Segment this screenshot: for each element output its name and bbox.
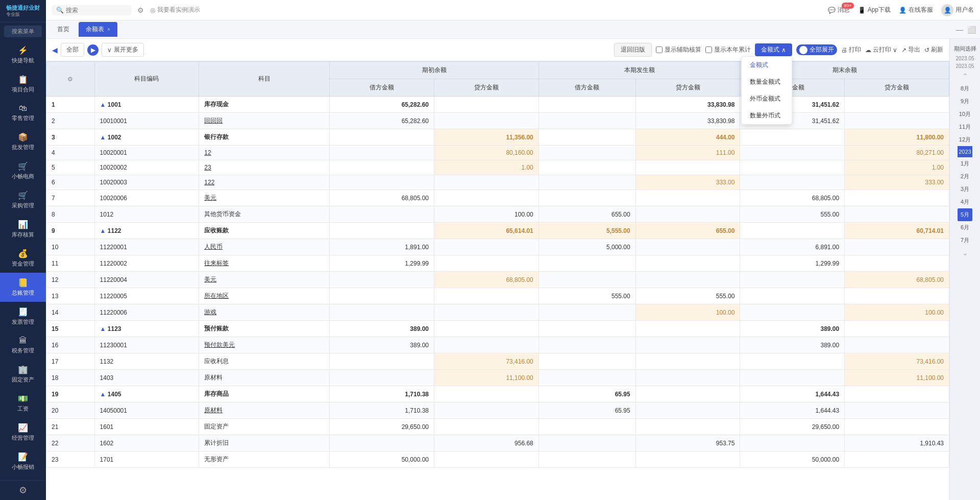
sidebar-item-4[interactable]: 🛒小畅电商 bbox=[0, 156, 46, 185]
show-assist-checkbox[interactable] bbox=[656, 46, 663, 53]
sidebar-label-9: 发票管理 bbox=[12, 318, 34, 326]
messages-button[interactable]: 💬 消息 99+ bbox=[828, 6, 850, 14]
pe-credit-cell: 73,416.00 bbox=[845, 353, 949, 370]
expand-more-button[interactable]: ∨ 展开更多 bbox=[102, 43, 144, 57]
sidebar-bottom: ⚙ bbox=[0, 480, 46, 500]
table-container: ⚙ 科目编码 科目 期初余额 本期发生额 期末余额 借方金额 贷方金额 借方金额… bbox=[46, 61, 949, 500]
sidebar-item-14[interactable]: 📝小畅报销 bbox=[0, 447, 46, 476]
pb-debit-cell bbox=[330, 288, 434, 304]
seq-cell: 18 bbox=[46, 370, 95, 386]
pe-credit-cell: 1,910.43 bbox=[845, 435, 949, 451]
pb-credit-cell bbox=[434, 321, 539, 337]
expand-down-icon[interactable]: ⌄ bbox=[962, 249, 968, 257]
all-button[interactable]: 全部 bbox=[61, 43, 84, 57]
app-download-button[interactable]: 📱 App下载 bbox=[858, 6, 891, 14]
sidebar-label-4: 小畅电商 bbox=[12, 173, 34, 180]
month-item-11[interactable]: 6月 bbox=[958, 221, 972, 234]
online-service-button[interactable]: 👤 在线客服 bbox=[899, 6, 933, 14]
code-cell: 1602 bbox=[94, 435, 199, 451]
amount-type-button[interactable]: 金额式 ∧ bbox=[755, 43, 792, 56]
month-item-4[interactable]: 12月 bbox=[958, 133, 972, 146]
tab-minimize-icon[interactable]: — bbox=[956, 26, 963, 34]
show-assist-checkbox-group: 显示辅助核算 bbox=[656, 45, 701, 54]
sidebar-item-11[interactable]: 🏢固定资产 bbox=[0, 360, 46, 389]
tab-maximize-icon[interactable]: ⬜ bbox=[967, 26, 976, 34]
sidebar-item-3[interactable]: 📦批发管理 bbox=[0, 127, 46, 156]
sidebar-item-5[interactable]: 🛒采购管理 bbox=[0, 185, 46, 215]
pb-debit-cell bbox=[330, 206, 434, 223]
expand-up-icon[interactable]: ⌃ bbox=[962, 72, 968, 80]
sidebar-item-13[interactable]: 📈经营管理 bbox=[0, 418, 46, 447]
pb-debit-cell: 389.00 bbox=[330, 337, 434, 353]
month-item-0[interactable]: 8月 bbox=[958, 82, 972, 95]
export-label: 导出 bbox=[908, 45, 920, 54]
tab-home[interactable]: 首页 bbox=[50, 22, 77, 37]
co-credit-cell: 953.75 bbox=[635, 435, 740, 451]
month-item-5[interactable]: 2023 bbox=[958, 146, 972, 157]
demo-button[interactable]: ◎ 我要看实例演示 bbox=[150, 6, 200, 14]
month-item-2[interactable]: 10月 bbox=[958, 108, 972, 121]
table-row: 1211220004美元68,805.0068,805.00 bbox=[46, 272, 949, 288]
dropdown-item-qty-amount[interactable]: 数量金额式 bbox=[742, 74, 792, 90]
sidebar-item-12[interactable]: 💵工资 bbox=[0, 389, 46, 418]
settings-icon[interactable]: ⚙ bbox=[19, 485, 27, 496]
sidebar-item-10[interactable]: 🏛税务管理 bbox=[0, 331, 46, 360]
sidebar-item-15[interactable]: ℹ基础信息 bbox=[0, 476, 46, 480]
forward-arrow-button[interactable]: ▶ bbox=[87, 44, 99, 56]
pe-credit-cell bbox=[845, 321, 949, 337]
sidebar-search-button[interactable]: 搜索菜单 bbox=[4, 26, 42, 37]
month-item-1[interactable]: 9月 bbox=[958, 95, 972, 108]
user-profile[interactable]: 👤 用户名 bbox=[941, 4, 974, 16]
seq-cell: 4 bbox=[46, 146, 95, 160]
co-debit-cell: 5,000.00 bbox=[538, 239, 635, 255]
balance-table: ⚙ 科目编码 科目 期初余额 本期发生额 期末余额 借方金额 贷方金额 借方金额… bbox=[46, 61, 949, 468]
subject-cell: 回回回 bbox=[199, 113, 330, 129]
search-input[interactable] bbox=[66, 7, 127, 14]
month-item-10[interactable]: 5月 bbox=[958, 208, 972, 221]
month-item-9[interactable]: 4月 bbox=[958, 196, 972, 208]
tab-balance[interactable]: 余额表 × bbox=[79, 22, 117, 37]
online-service-label: 在线客服 bbox=[909, 6, 933, 14]
co-debit-cell bbox=[538, 190, 635, 206]
dropdown-item-qty-foreign[interactable]: 数量外币式 bbox=[742, 107, 792, 124]
sidebar-item-6[interactable]: 📊库存核算 bbox=[0, 215, 46, 244]
table-row: 1▲ 1001库存现金65,282.6033,830.9831,451.62 bbox=[46, 97, 949, 113]
print-button[interactable]: 🖨 打印 bbox=[841, 45, 861, 54]
month-item-12[interactable]: 7月 bbox=[958, 234, 972, 247]
show-yearly-checkbox[interactable] bbox=[705, 46, 712, 53]
table-settings-icon[interactable]: ⚙ bbox=[67, 76, 73, 83]
back-arrow-icon[interactable]: ◀ bbox=[52, 46, 58, 54]
export-button[interactable]: ↗ 导出 bbox=[901, 45, 920, 54]
pe-debit-cell bbox=[740, 223, 845, 239]
pb-debit-cell bbox=[330, 175, 434, 190]
dropdown-item-amount[interactable]: 金额式 bbox=[742, 57, 792, 74]
dropdown-item-foreign[interactable]: 外币金额式 bbox=[742, 90, 792, 107]
sidebar-item-0[interactable]: ⚡快捷导航 bbox=[0, 40, 46, 69]
sidebar-label-6: 库存核算 bbox=[12, 231, 34, 239]
sidebar-item-8[interactable]: 📒总账管理 bbox=[0, 273, 46, 302]
month-item-7[interactable]: 2月 bbox=[958, 170, 972, 183]
sidebar-item-7[interactable]: 💰资金管理 bbox=[0, 244, 46, 273]
sidebar-item-9[interactable]: 🧾发票管理 bbox=[0, 302, 46, 331]
month-item-8[interactable]: 3月 bbox=[958, 183, 972, 196]
code-cell: ▲ 1001 bbox=[94, 97, 199, 113]
pe-debit-cell bbox=[740, 129, 845, 146]
pb-credit-cell: 1.00 bbox=[434, 160, 539, 175]
sidebar-item-1[interactable]: 📋项目合同 bbox=[0, 69, 46, 99]
sidebar-icon-3: 📦 bbox=[18, 132, 28, 142]
back-old-version-button[interactable]: 退回旧版 bbox=[614, 43, 652, 57]
co-debit-cell bbox=[538, 175, 635, 190]
month-item-6[interactable]: 1月 bbox=[958, 157, 972, 170]
co-debit-cell bbox=[538, 113, 635, 129]
table-row: 1311220005所在地区555.00555.00 bbox=[46, 288, 949, 304]
seq-cell: 15 bbox=[46, 321, 95, 337]
seq-cell: 11 bbox=[46, 255, 95, 272]
expand-all-toggle[interactable]: 全部展开 bbox=[796, 44, 837, 55]
settings-gear-icon[interactable]: ⚙ bbox=[137, 6, 144, 14]
sidebar-label-12: 工资 bbox=[17, 405, 29, 413]
sidebar-item-2[interactable]: 🛍零售管理 bbox=[0, 99, 46, 127]
refresh-button[interactable]: ↺ 刷新 bbox=[924, 45, 943, 54]
tab-close-icon[interactable]: × bbox=[107, 27, 110, 32]
month-item-3[interactable]: 11月 bbox=[958, 121, 972, 133]
cloud-print-button[interactable]: ☁ 云打印 ∨ bbox=[865, 45, 897, 54]
